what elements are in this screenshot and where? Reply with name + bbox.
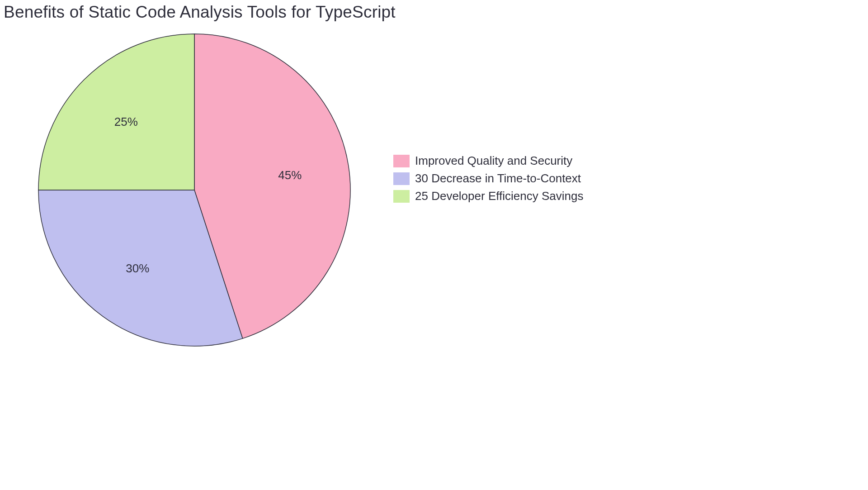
legend-swatch-1 [393, 172, 410, 185]
pie-svg [36, 32, 353, 348]
legend-swatch-0 [393, 155, 410, 167]
pie-slice-2 [38, 34, 194, 190]
legend: Improved Quality and Security 30 Decreas… [393, 154, 583, 207]
chart-title: Benefits of Static Code Analysis Tools f… [4, 3, 396, 22]
chart-container: Benefits of Static Code Analysis Tools f… [0, 0, 651, 366]
legend-label-2: 25 Developer Efficiency Savings [415, 189, 583, 203]
legend-label-1: 30 Decrease in Time-to-Context [415, 171, 581, 186]
pie-slices [38, 34, 350, 346]
legend-item-0: Improved Quality and Security [393, 154, 583, 168]
legend-item-1: 30 Decrease in Time-to-Context [393, 171, 583, 186]
legend-swatch-2 [393, 190, 410, 203]
slice-label-1: 30% [126, 262, 149, 276]
pie-chart: 45%30%25% [36, 32, 353, 348]
slice-label-0: 45% [278, 168, 302, 182]
legend-label-0: Improved Quality and Security [415, 154, 572, 168]
slice-label-2: 25% [114, 114, 138, 128]
legend-item-2: 25 Developer Efficiency Savings [393, 189, 583, 203]
